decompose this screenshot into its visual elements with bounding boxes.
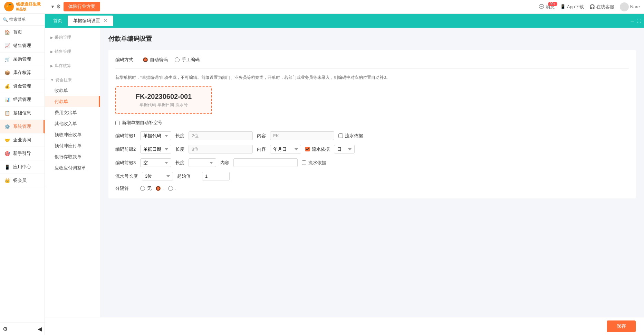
sidebar-label-home: 首页 bbox=[13, 29, 22, 35]
start-value-input[interactable] bbox=[202, 172, 230, 180]
prefix-select-1[interactable]: 单据代码 bbox=[140, 131, 171, 140]
sidebar-item-basic[interactable]: 📋 基础信息 bbox=[0, 106, 45, 120]
auto-fill-checkbox[interactable] bbox=[115, 121, 120, 125]
sub-menu-group-title-sales[interactable]: ▶ 销售管理 bbox=[45, 47, 100, 57]
user-avatar bbox=[620, 2, 629, 11]
app-download-label: App下载 bbox=[567, 4, 584, 10]
arrow-right-icon-inventory: ▶ bbox=[50, 64, 53, 68]
prefix-label-1: 编码前缀1 bbox=[115, 133, 136, 139]
tab-home[interactable]: 首页 bbox=[48, 16, 68, 26]
sub-menu-group-title-purchase[interactable]: ▶ 采购管理 bbox=[45, 32, 100, 43]
sub-menu-group-label-purchase: 采购管理 bbox=[55, 35, 71, 40]
sep-radio-none-input[interactable] bbox=[140, 186, 145, 191]
sub-menu-group-title-finance[interactable]: ▼ 资金往来 bbox=[45, 75, 100, 85]
online-service-icon: 🎧 bbox=[589, 4, 595, 9]
sub-menu-item-expense[interactable]: 费用支出单 bbox=[45, 107, 100, 118]
sidebar: 🔍 搜索菜单 🏠 首页 📈 销售管理 🛒 采购管理 📦 库存核算 💰 资金管理 … bbox=[0, 14, 45, 335]
sub-menu-item-pre-payment[interactable]: 预付冲应付单 bbox=[45, 140, 100, 151]
radio-manual[interactable]: 手工编码 bbox=[175, 57, 200, 63]
content-select-2[interactable]: 年月日 bbox=[270, 145, 301, 153]
tab-close-btn[interactable]: ✕ bbox=[104, 18, 107, 23]
system-icon: ⚙️ bbox=[4, 123, 10, 130]
sidebar-item-purchase[interactable]: 🛒 采购管理 bbox=[0, 53, 45, 66]
sidebar-item-apps[interactable]: 📱 应用中心 bbox=[0, 160, 45, 174]
panel-layout: ▶ 采购管理 ▶ 销售管理 ▶ 库存核算 bbox=[45, 28, 644, 317]
prefix-select-2[interactable]: 单据日期 bbox=[140, 145, 171, 153]
sidebar-label-apps: 应用中心 bbox=[13, 164, 31, 170]
sub-menu-item-payment[interactable]: 付款单 bbox=[45, 96, 100, 107]
tab-encode-settings[interactable]: 单据编码设置 ✕ bbox=[68, 16, 113, 26]
sub-menu-item-other-income[interactable]: 其他收入单 bbox=[45, 118, 100, 129]
sidebar-item-system[interactable]: ⚙️ 系统管理 bbox=[0, 120, 45, 133]
sidebar-search[interactable]: 🔍 搜索菜单 bbox=[0, 14, 45, 26]
sidebar-label-inventory: 库存核算 bbox=[13, 69, 31, 76]
message-item[interactable]: 💬 消息 99+ bbox=[539, 4, 555, 10]
serial-check-3: 流水依据 bbox=[302, 160, 326, 166]
tab-bar: 首页 单据编码设置 ✕ ─ ⛶ bbox=[45, 14, 644, 28]
serial-length-row: 流水号长度 3位 起始值 bbox=[115, 172, 629, 180]
tab-encode-label: 单据编码设置 bbox=[73, 18, 100, 23]
serial-checkbox-2[interactable] bbox=[305, 147, 310, 151]
top-bar-right: 💬 消息 99+ 📱 App下载 🎧 在线客服 Nare bbox=[539, 2, 640, 11]
sub-menu-item-receipt[interactable]: 收款单 bbox=[45, 85, 100, 96]
sub-menu-group-title-inventory[interactable]: ▶ 库存核算 bbox=[45, 61, 100, 71]
sep-dash-label: - bbox=[163, 186, 164, 191]
sub-menu-group-finance: ▼ 资金往来 收款单 付款单 费用支出单 其他收入单 预收冲应收单 预付冲应付单… bbox=[45, 73, 100, 176]
radio-auto[interactable]: 自动编码 bbox=[143, 57, 168, 63]
radio-manual-input[interactable] bbox=[175, 57, 180, 62]
code-preview-main: FK-20230602-001 bbox=[124, 93, 203, 101]
sidebar-label-finance: 资金管理 bbox=[13, 83, 31, 89]
trial-btn[interactable]: 体验行业方案 bbox=[64, 2, 100, 11]
serial-check-2[interactable]: 流水依据 bbox=[305, 146, 330, 152]
sidebar-item-finance[interactable]: 💰 资金管理 bbox=[0, 80, 45, 93]
sidebar-settings-btn[interactable]: ⚙ bbox=[3, 326, 8, 332]
sep-radio-none[interactable]: 无 bbox=[140, 185, 152, 192]
sub-menu-item-bank[interactable]: 银行存取款单 bbox=[45, 151, 100, 162]
sep-radio-dot[interactable]: . bbox=[168, 186, 176, 191]
basic-icon: 📋 bbox=[4, 110, 10, 116]
tab-minimize-icon[interactable]: ─ bbox=[631, 18, 634, 24]
code-preview-sub: 单据代码-单据日期-流水号 bbox=[124, 102, 203, 108]
sep-radio-dash-input[interactable] bbox=[156, 186, 161, 191]
app-download-item[interactable]: 📱 App下载 bbox=[560, 4, 584, 10]
serial-checkbox-1[interactable] bbox=[338, 133, 343, 138]
member-icon: 👑 bbox=[4, 177, 10, 184]
sidebar-bottom: ⚙ ◀ bbox=[0, 323, 45, 335]
sidebar-item-guide[interactable]: 🎯 新手引导 bbox=[0, 147, 45, 160]
guide-icon: 🎯 bbox=[4, 150, 10, 157]
cooperation-icon: 🤝 bbox=[4, 137, 10, 143]
length-select-3[interactable] bbox=[189, 158, 216, 167]
sep-radio-dash[interactable]: - bbox=[156, 186, 164, 191]
auto-fill-label[interactable]: 新增单据自动补空号 bbox=[115, 120, 629, 126]
sidebar-item-operation[interactable]: 📊 经营管理 bbox=[0, 93, 45, 106]
sidebar-item-home[interactable]: 🏠 首页 bbox=[0, 26, 45, 39]
save-button[interactable]: 保存 bbox=[607, 320, 636, 332]
radio-manual-label: 手工编码 bbox=[182, 57, 200, 63]
separator-label: 分隔符 bbox=[115, 185, 136, 192]
serial-checkbox-3[interactable] bbox=[302, 160, 306, 165]
nav-dropdown-arrow[interactable]: ▼ bbox=[50, 4, 55, 9]
sub-menu-item-adjust[interactable]: 应收应付调整单 bbox=[45, 162, 100, 174]
finance-icon: 💰 bbox=[4, 83, 10, 89]
online-service-item[interactable]: 🎧 在线客服 bbox=[589, 4, 614, 10]
prefix-select-3[interactable]: 空 bbox=[140, 158, 171, 167]
sub-menu-item-pre-receipt[interactable]: 预收冲应收单 bbox=[45, 129, 100, 140]
settings-icon[interactable]: ⚙ bbox=[56, 3, 61, 10]
serial-unit-select-2[interactable]: 日 bbox=[334, 145, 355, 153]
encoding-method-row: 编码方式 自动编码 手工编码 bbox=[115, 57, 629, 69]
sidebar-label-sales: 销售管理 bbox=[13, 43, 31, 49]
user-info[interactable]: Nare bbox=[620, 2, 640, 11]
sep-radio-dot-input[interactable] bbox=[168, 186, 173, 191]
sub-menu-group-label-inventory: 库存核算 bbox=[55, 63, 71, 69]
content-input-3[interactable] bbox=[233, 158, 298, 167]
content-input-1 bbox=[270, 131, 334, 140]
serial-length-select[interactable]: 3位 bbox=[142, 172, 173, 180]
top-bar-left: 🍊 畅捷通好生意 标品版 ▼ ⚙ 体验行业方案 bbox=[4, 2, 100, 11]
sidebar-item-sales[interactable]: 📈 销售管理 bbox=[0, 39, 45, 53]
radio-auto-input[interactable] bbox=[143, 57, 148, 62]
sidebar-item-member[interactable]: 👑 畅会员 bbox=[0, 174, 45, 187]
tab-expand-icon[interactable]: ⛶ bbox=[637, 18, 641, 24]
sidebar-item-inventory[interactable]: 📦 库存核算 bbox=[0, 66, 45, 80]
sidebar-item-cooperation[interactable]: 🤝 企业协同 bbox=[0, 133, 45, 147]
sidebar-collapse-btn[interactable]: ◀ bbox=[38, 326, 42, 332]
